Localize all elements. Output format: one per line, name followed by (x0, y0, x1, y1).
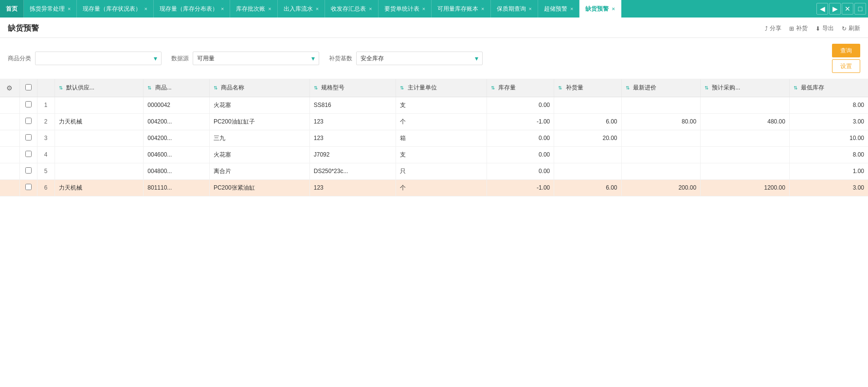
row-spec-cell: 123 (309, 130, 396, 146)
col-header-unit[interactable]: ⇅ 主计量单位 (396, 79, 487, 97)
nav-maximize-button[interactable]: □ (854, 3, 866, 15)
datasource-dropdown-icon: ▾ (311, 54, 315, 62)
row-checkbox-4[interactable] (25, 151, 32, 157)
replenish-base-value: 安全库存 (361, 54, 475, 63)
row-est-purchase-cell (701, 130, 790, 146)
row-est-purchase-cell (701, 97, 790, 113)
select-all-checkbox[interactable] (25, 84, 32, 90)
col-header-est-purchase[interactable]: ⇅ 预计采购... (701, 79, 790, 97)
tab-purchase-stat[interactable]: 要货单统计表 × (379, 0, 432, 18)
col-header-product-code[interactable]: ⇅ 商品... (144, 79, 210, 97)
close-tab-overstock[interactable]: × (570, 6, 573, 12)
nav-prev-button[interactable]: ◀ (816, 3, 828, 15)
row-check-cell[interactable] (19, 97, 37, 113)
row-product-name-cell: 火花塞 (209, 146, 309, 163)
query-button[interactable]: 查询 (832, 44, 860, 57)
col-header-check[interactable] (19, 79, 37, 97)
row-min-stock-cell: 3.00 (789, 113, 868, 130)
row-spec-cell: DS250*23c... (309, 163, 396, 179)
row-unit-cell: 箱 (396, 130, 487, 146)
category-select[interactable]: ▾ (35, 52, 162, 65)
tab-batch[interactable]: 库存批次账 × (230, 0, 277, 18)
tab-home[interactable]: 首页 (0, 0, 24, 18)
row-checkbox-3[interactable] (25, 134, 32, 141)
tab-shortage[interactable]: 缺货预警 × (579, 0, 621, 18)
page-title: 缺货预警 (8, 23, 39, 34)
page-header: 缺货预警 ⤴ 分享 ⊞ 补货 ⬇ 导出 ↻ 刷新 (0, 18, 868, 38)
export-button[interactable]: ⬇ 导出 (815, 24, 834, 33)
row-supplier-cell (54, 97, 144, 113)
row-est-purchase-cell: 1200.00 (701, 179, 790, 196)
row-num-cell: 4 (37, 146, 54, 163)
tab-expiry[interactable]: 保质期查询 × (491, 0, 538, 18)
row-latest-price-cell (621, 130, 701, 146)
row-check-cell[interactable] (19, 130, 37, 146)
close-tab-shortage[interactable]: × (612, 6, 615, 12)
col-header-settings[interactable]: ⚙ (0, 79, 19, 97)
close-tab-collect[interactable]: × (369, 6, 372, 12)
sort-icon-stock: ⇅ (491, 85, 495, 90)
row-check-cell[interactable] (19, 179, 37, 196)
close-tab-purchase-stat[interactable]: × (422, 6, 425, 12)
nav-next-button[interactable]: ▶ (829, 3, 841, 15)
settings-button[interactable]: 设置 (832, 59, 860, 73)
nav-close-button[interactable]: ✕ (842, 3, 853, 15)
col-header-product-name[interactable]: ⇅ 商品名称 (209, 79, 309, 97)
table-row[interactable]: 3 004200... 三九 123 箱 0.00 20.00 10.00 (0, 130, 868, 146)
close-tab-batch[interactable]: × (268, 6, 271, 12)
tab-inout[interactable]: 出入库流水 × (278, 0, 325, 18)
col-header-min-stock[interactable]: ⇅ 最低库存 (789, 79, 868, 97)
replenish-button[interactable]: ⊞ 补货 (789, 24, 808, 33)
close-tab-expiry[interactable]: × (529, 6, 532, 12)
row-latest-price-cell (621, 97, 701, 113)
row-product-name-cell: 火花塞 (209, 97, 309, 113)
row-product-code-cell: 004600... (144, 146, 210, 163)
refresh-button[interactable]: ↻ 刷新 (842, 24, 860, 33)
row-stock-cell: 0.00 (487, 130, 554, 146)
tab-inventory-status[interactable]: 现存量（库存状况表） × (77, 0, 153, 18)
row-settings-cell (0, 163, 19, 179)
row-product-name-cell: 三九 (209, 130, 309, 146)
col-header-stock[interactable]: ⇅ 库存量 (487, 79, 554, 97)
col-header-latest-price[interactable]: ⇅ 最新进价 (621, 79, 701, 97)
close-tab-inventory-dist[interactable]: × (221, 6, 224, 12)
table-row[interactable]: 1 0000042 火花塞 SS816 支 0.00 8.00 (0, 97, 868, 113)
tab-available[interactable]: 可用量库存账本 × (432, 0, 490, 18)
row-check-cell[interactable] (19, 113, 37, 130)
tab-abnormal[interactable]: 拣货异常处理 × (24, 0, 77, 18)
col-header-spec[interactable]: ⇅ 规格型号 (309, 79, 396, 97)
row-unit-cell: 个 (396, 113, 487, 130)
table-row[interactable]: 2 力天机械 004200... PC200油缸缸子 123 个 -1.00 6… (0, 113, 868, 130)
close-tab-available[interactable]: × (481, 6, 484, 12)
table-row[interactable]: 5 004800... 离合片 DS250*23c... 只 0.00 1.00 (0, 163, 868, 179)
row-check-cell[interactable] (19, 146, 37, 163)
col-header-supplier[interactable]: ⇅ 默认供应... (54, 79, 144, 97)
row-product-code-cell: 004200... (144, 130, 210, 146)
tab-collect[interactable]: 收发存汇总表 × (325, 0, 378, 18)
close-tab-abnormal[interactable]: × (68, 6, 71, 12)
row-check-cell[interactable] (19, 163, 37, 179)
table-row[interactable]: 6 力天机械 801110... PC200张紧油缸 123 个 -1.00 6… (0, 179, 868, 196)
replenish-icon: ⊞ (789, 25, 794, 32)
close-tab-inventory-status[interactable]: × (144, 6, 147, 12)
row-supplier-cell: 力天机械 (54, 113, 144, 130)
sort-icon-product-name: ⇅ (214, 85, 217, 90)
row-checkbox-2[interactable] (25, 118, 32, 124)
table-row[interactable]: 4 004600... 火花塞 J7092 支 0.00 8.00 (0, 146, 868, 163)
datasource-select[interactable]: 可用量 ▾ (193, 52, 319, 65)
row-unit-cell: 支 (396, 97, 487, 113)
col-header-replenish[interactable]: ⇅ 补货量 (554, 79, 621, 97)
tab-inventory-dist[interactable]: 现存量（库存分布表） × (154, 0, 230, 18)
sort-icon-est-purchase: ⇅ (705, 85, 708, 90)
row-checkbox-6[interactable] (25, 184, 32, 190)
row-product-name-cell: 离合片 (209, 163, 309, 179)
table-header-row: ⚙ ⇅ 默认供应... ⇅ 商品... ⇅ (0, 79, 868, 97)
share-button[interactable]: ⤴ 分享 (765, 24, 781, 33)
tab-overstock[interactable]: 超储预警 × (538, 0, 579, 18)
close-tab-inout[interactable]: × (316, 6, 319, 12)
row-checkbox-1[interactable] (25, 101, 32, 107)
datasource-label: 数据源 (171, 54, 189, 63)
column-settings-icon[interactable]: ⚙ (6, 84, 13, 92)
replenish-base-select[interactable]: 安全库存 ▾ (356, 52, 483, 65)
row-checkbox-5[interactable] (25, 167, 32, 174)
